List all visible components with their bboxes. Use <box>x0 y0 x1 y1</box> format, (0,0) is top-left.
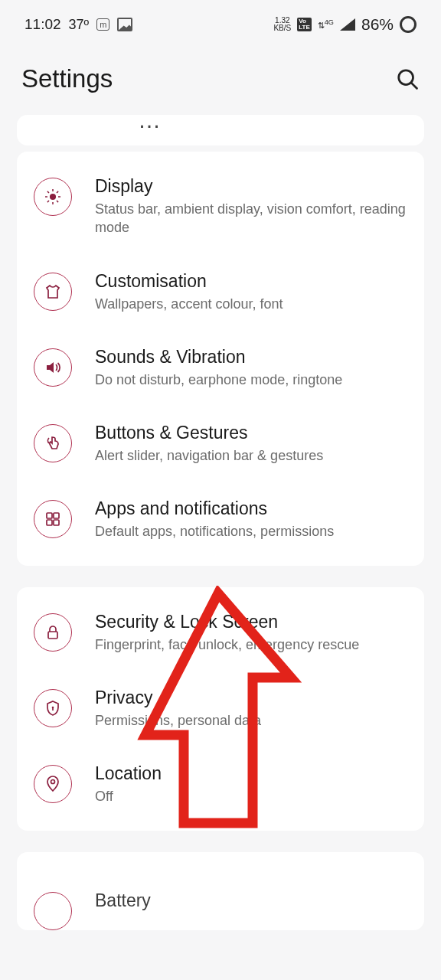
row-title: Privacy <box>95 688 410 708</box>
svg-line-10 <box>57 191 58 193</box>
battery-percent: 86% <box>361 15 394 34</box>
location-icon <box>34 765 72 803</box>
shirt-icon <box>34 273 72 311</box>
settings-row-battery[interactable]: Battery <box>17 874 424 930</box>
svg-point-18 <box>51 780 55 784</box>
settings-row-customisation[interactable]: Customisation Wallpapers, accent colour,… <box>17 254 424 330</box>
gesture-icon <box>34 424 72 462</box>
svg-line-9 <box>47 201 49 202</box>
row-subtitle: Status bar, ambient display, vision comf… <box>95 200 410 237</box>
row-title: Apps and notifications <box>95 498 410 519</box>
battery-ring-icon <box>400 16 416 33</box>
settings-row-display[interactable]: Display Status bar, ambient display, vis… <box>17 159 424 254</box>
svg-rect-12 <box>54 513 59 518</box>
brightness-icon <box>34 178 72 216</box>
svg-line-8 <box>57 201 58 202</box>
row-title: Security & Lock Screen <box>95 612 410 632</box>
svg-point-2 <box>51 194 55 199</box>
battery-icon <box>34 892 72 930</box>
svg-rect-13 <box>47 520 52 525</box>
signal-icon <box>340 18 355 31</box>
lock-icon <box>34 613 72 652</box>
settings-group-peek: Battery <box>17 852 424 930</box>
search-button[interactable] <box>395 67 420 91</box>
svg-point-16 <box>52 707 54 709</box>
row-title: Display <box>95 176 410 197</box>
row-subtitle: Permissions, personal data <box>95 711 410 730</box>
sound-icon <box>34 348 72 387</box>
gallery-icon <box>117 18 132 31</box>
settings-row-apps[interactable]: Apps and notifications Default apps, not… <box>17 482 424 557</box>
row-subtitle: Do not disturb, earphone mode, ringtone <box>95 371 410 389</box>
svg-rect-14 <box>54 520 59 525</box>
row-title: Location <box>95 763 410 784</box>
svg-rect-11 <box>47 513 52 518</box>
row-subtitle: Default apps, notifications, permissions <box>95 522 410 541</box>
settings-group: Security & Lock Screen Fingerprint, face… <box>17 587 424 831</box>
row-title: Customisation <box>95 271 410 292</box>
svg-line-1 <box>412 83 417 89</box>
row-subtitle: Off <box>95 787 410 805</box>
previous-card-peek: … <box>17 115 424 145</box>
settings-group: Display Status bar, ambient display, vis… <box>17 152 424 566</box>
row-subtitle: Alert slider, navigation bar & gestures <box>95 446 410 465</box>
page-title: Settings <box>21 64 113 93</box>
privacy-icon <box>34 689 72 727</box>
settings-header: Settings <box>0 49 441 115</box>
settings-row-sounds[interactable]: Sounds & Vibration Do not disturb, earph… <box>17 330 424 406</box>
search-icon <box>396 67 419 90</box>
status-bar: 11:02 37º m 1.32 KB/S VoLTE ⇅4G 86% <box>0 0 441 49</box>
status-temp: 37º <box>69 17 90 33</box>
settings-row-privacy[interactable]: Privacy Permissions, personal data <box>17 671 424 746</box>
apps-icon <box>34 500 72 538</box>
network-type: ⇅4G <box>318 18 334 31</box>
settings-row-security[interactable]: Security & Lock Screen Fingerprint, face… <box>17 595 424 671</box>
row-title: Sounds & Vibration <box>95 347 410 368</box>
network-speed: 1.32 KB/S <box>273 17 291 32</box>
svg-rect-15 <box>48 632 57 639</box>
row-subtitle: Fingerprint, face unlock, emergency resc… <box>95 635 410 654</box>
volte-icon: VoLTE <box>297 18 312 31</box>
settings-row-location[interactable]: Location Off <box>17 746 424 822</box>
row-subtitle: Wallpapers, accent colour, font <box>95 295 410 313</box>
settings-row-buttons[interactable]: Buttons & Gestures Alert slider, navigat… <box>17 406 424 482</box>
row-title: Buttons & Gestures <box>95 423 410 443</box>
status-m-icon: m <box>96 18 109 31</box>
svg-line-7 <box>47 191 49 193</box>
row-title: Battery <box>95 890 410 911</box>
status-time: 11:02 <box>24 16 61 33</box>
